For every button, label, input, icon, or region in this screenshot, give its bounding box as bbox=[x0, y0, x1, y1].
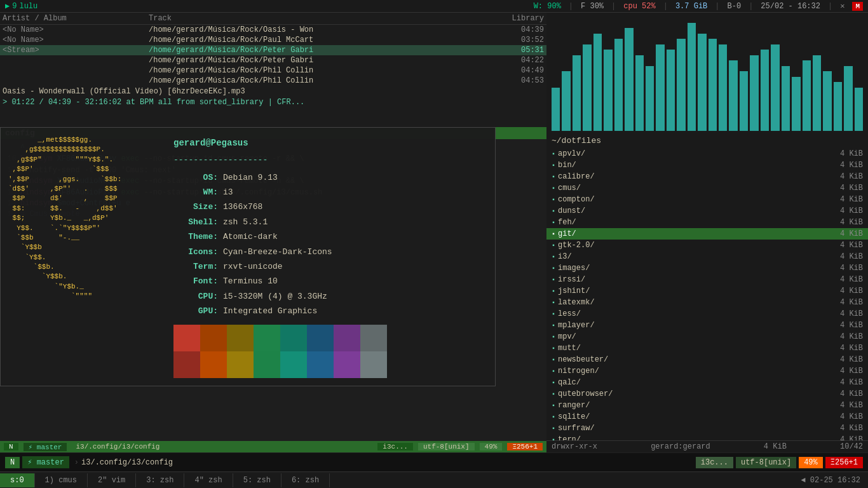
fm-row-git[interactable]: ▪ git/ 4 KiB bbox=[546, 228, 868, 240]
color-swatch bbox=[280, 351, 307, 378]
io-stat: B-0 bbox=[728, 2, 742, 11]
fm-row-irssi[interactable]: ▪ irssi/ 4 KiB bbox=[546, 274, 868, 285]
fm-row-bin[interactable]: ▪ bin/ 4 KiB bbox=[546, 159, 868, 171]
cmus-col-track: Track bbox=[149, 14, 384, 23]
i3-config-editor[interactable]: config _,met$$$$$gg. ,g$$$$$$$$$$$$$$$P.… bbox=[0, 127, 546, 452]
file-manager[interactable]: ▪ apvlv/ 4 KiB ▪ bin/ 4 KiB ▪ calibre/ 4… bbox=[546, 148, 868, 440]
sysinfo-font: Font:Terminus 10 bbox=[173, 274, 487, 288]
fm-name-i3: i3/ bbox=[558, 252, 829, 261]
cmus-row-1[interactable]: <No Name> /home/gerard/Música/Rock/Oasis… bbox=[0, 25, 546, 35]
fm-row-apvlv[interactable]: ▪ apvlv/ 4 KiB bbox=[546, 148, 868, 159]
fm-row-feh[interactable]: ▪ feh/ 4 KiB bbox=[546, 217, 868, 228]
fm-row-sqlite[interactable]: ▪ sqlite/ 4 KiB bbox=[546, 411, 868, 423]
separator6: | bbox=[828, 2, 832, 11]
fm-row-cmus[interactable]: ▪ cmus/ 4 KiB bbox=[546, 182, 868, 194]
fm-name-mutt: mutt/ bbox=[558, 344, 829, 353]
fm-row-images[interactable]: ▪ images/ 4 KiB bbox=[546, 262, 868, 274]
fm-row-compton[interactable]: ▪ compton/ 4 KiB bbox=[546, 194, 868, 205]
fm-size-compton: 4 KiB bbox=[831, 195, 863, 204]
date-stat: 25/02 - 16:32 bbox=[761, 2, 820, 11]
cmus-player[interactable]: Artist / Album Track Library <No Name> /… bbox=[0, 13, 546, 127]
cmus-track-5: /home/gerard/Música/Rock/Phil Collin bbox=[149, 66, 384, 75]
chart-bar bbox=[656, 44, 664, 131]
close-btn[interactable]: ✕ bbox=[840, 1, 844, 11]
cmus-row-2[interactable]: <No Name> /home/gerard/Música/Rock/Paul … bbox=[0, 35, 546, 45]
chart-bar bbox=[782, 66, 790, 131]
tab-s0[interactable]: s:0 bbox=[0, 473, 35, 487]
tab-4-zsh[interactable]: 4" zsh bbox=[184, 473, 233, 487]
chart-bar bbox=[803, 60, 811, 131]
fm-row-i3[interactable]: ▪ i3/ 4 KiB bbox=[546, 251, 868, 262]
fm-name-tern: tern/ bbox=[558, 435, 829, 440]
sysinfo-shell: Shell:zsh 5.3.1 bbox=[173, 215, 487, 229]
sysinfo-wm: WM:i3 bbox=[173, 185, 487, 200]
chart-bar bbox=[583, 44, 591, 131]
fm-row-mpv[interactable]: ▪ mpv/ 4 KiB bbox=[546, 331, 868, 342]
fm-row-surfraw[interactable]: ▪ surfraw/ 4 KiB bbox=[546, 423, 868, 434]
fm-row-tern[interactable]: ▪ tern/ 4 KiB bbox=[546, 434, 868, 440]
fm-owner: gerard:gerard bbox=[651, 442, 710, 451]
cmus-row-3[interactable]: <Stream> /home/gerard/Música/Rock/Peter … bbox=[0, 45, 546, 55]
color-swatch bbox=[334, 325, 360, 351]
fm-name-sqlite: sqlite/ bbox=[558, 412, 829, 421]
fm-row-mutt[interactable]: ▪ mutt/ 4 KiB bbox=[546, 342, 868, 354]
cmus-row-4[interactable]: /home/gerard/Música/Rock/Peter Gabri 04:… bbox=[0, 55, 546, 65]
cmus-row-6[interactable]: /home/gerard/Música/Rock/Phil Collin 04:… bbox=[0, 76, 546, 86]
sysinfo-size: Size:868x488 bbox=[173, 200, 487, 214]
separator2: | bbox=[611, 2, 616, 11]
tab-3-zsh[interactable]: 3: zsh bbox=[136, 473, 184, 487]
color-swatch bbox=[254, 325, 280, 351]
tab-5-zsh[interactable]: 5: zsh bbox=[233, 473, 281, 487]
tab-1-cmus[interactable]: 1) cmus bbox=[35, 473, 88, 487]
fm-row-less[interactable]: ▪ less/ 4 KiB bbox=[546, 308, 868, 320]
color-swatch bbox=[254, 351, 280, 378]
fm-row-qalc[interactable]: ▪ qalc/ 4 KiB bbox=[546, 377, 868, 388]
fm-name-mpv: mpv/ bbox=[558, 332, 829, 341]
cmus-time-3: 05:31 bbox=[384, 46, 544, 55]
fm-icon-surfraw: ▪ bbox=[552, 425, 555, 432]
f-stat: F 30% bbox=[581, 2, 604, 11]
cmus-track-2: /home/gerard/Música/Rock/Paul McCart bbox=[149, 36, 384, 44]
fm-row-mplayer[interactable]: ▪ mplayer/ 4 KiB bbox=[546, 320, 868, 331]
fm-row-nitrogen[interactable]: ▪ nitrogen/ 4 KiB bbox=[546, 365, 868, 377]
sysinfo-theme: Theme:Atomic-dark bbox=[173, 229, 487, 244]
fm-row-newsbeuter[interactable]: ▪ newsbeuter/ 4 KiB bbox=[546, 354, 868, 365]
tab-2-vim[interactable]: 2" vim bbox=[88, 473, 136, 487]
statusbar-path: i3/.config/i3/config bbox=[72, 443, 163, 451]
sysinfo-term: Term:rxvt-unicode bbox=[173, 259, 487, 274]
chart-bar bbox=[552, 88, 560, 131]
color-swatch bbox=[200, 351, 227, 378]
tab-6-zsh[interactable]: 6: zsh bbox=[281, 473, 330, 487]
fm-row-jshint[interactable]: ▪ jshint/ 4 KiB bbox=[546, 285, 868, 297]
fm-name-git: git/ bbox=[558, 229, 829, 238]
fm-row-ranger[interactable]: ▪ ranger/ 4 KiB bbox=[546, 400, 868, 411]
cmus-time-6: 04:53 bbox=[384, 76, 544, 85]
top-bar: ▶ 9 lulu W: 90% | F 30% | cpu 52% | 3.7 … bbox=[0, 0, 868, 13]
bs-pct: 49% bbox=[799, 457, 823, 468]
mem-stat: 3.7 GiB bbox=[675, 2, 707, 11]
fm-icon-dunst: ▪ bbox=[552, 208, 555, 215]
fm-size: 4 KiB bbox=[764, 442, 787, 451]
statusbar-lines: Ξ256+1 bbox=[507, 443, 543, 451]
fm-row-latexmk[interactable]: ▪ latexmk/ 4 KiB bbox=[546, 297, 868, 308]
fm-row-dunst[interactable]: ▪ dunst/ 4 KiB bbox=[546, 205, 868, 217]
fm-size-apvlv: 4 KiB bbox=[831, 149, 863, 158]
bs-enc: utf-8[unix] bbox=[736, 457, 796, 468]
fm-name-bin: bin/ bbox=[558, 161, 829, 170]
cmus-row-5[interactable]: /home/gerard/Música/Rock/Phil Collin 04:… bbox=[0, 65, 546, 76]
brand-btn[interactable]: M bbox=[852, 2, 863, 11]
fm-icon-jshint: ▪ bbox=[552, 288, 555, 295]
color-swatch bbox=[334, 351, 360, 378]
fm-icon-less: ▪ bbox=[552, 311, 555, 318]
fm-icon-mutt: ▪ bbox=[552, 345, 555, 352]
fm-size-i3: 4 KiB bbox=[831, 252, 863, 261]
fm-row-gtk[interactable]: ▪ gtk-2.0/ 4 KiB bbox=[546, 240, 868, 251]
sysinfo-gpu: GPU:Integrated Graphics bbox=[173, 304, 487, 318]
fm-row-calibre[interactable]: ▪ calibre/ 4 KiB bbox=[546, 171, 868, 182]
cmus-artist-4 bbox=[3, 56, 149, 65]
cmus-progress: > 01:22 / 04:39 - 32:16:02 at BPM all fr… bbox=[0, 97, 546, 107]
fm-row-qutebrowser[interactable]: ▪ qutebrowser/ 4 KiB bbox=[546, 388, 868, 400]
separator4: | bbox=[715, 2, 719, 11]
sysinfo-cpu: CPU:i5-3320M (4) @ 3.3GHz bbox=[173, 289, 487, 304]
bs-ft: i3c... bbox=[696, 457, 733, 468]
